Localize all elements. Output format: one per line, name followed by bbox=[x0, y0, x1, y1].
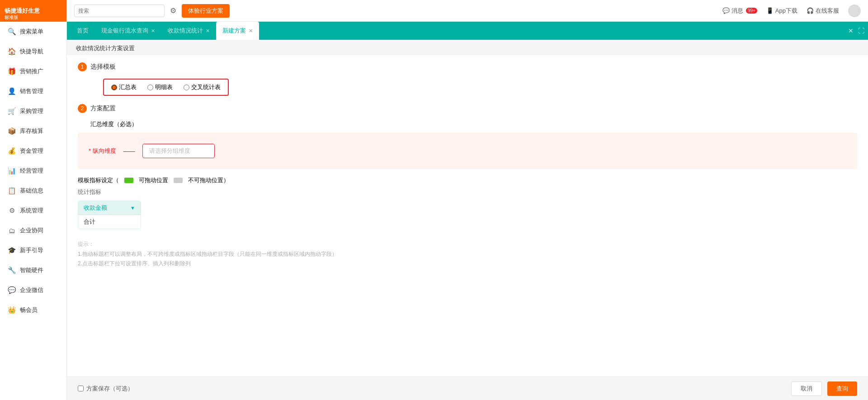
dimension-title-row: 汇总维度（必选） bbox=[90, 120, 857, 128]
cancel-button[interactable]: 取消 bbox=[791, 381, 822, 396]
close-window-icon[interactable]: ✕ bbox=[848, 27, 854, 34]
tab-bank-flow[interactable]: 现金银行流水查询 ✕ bbox=[95, 22, 161, 40]
step1-label: 选择模板 bbox=[90, 63, 116, 71]
stats-label: 统计指标 bbox=[78, 188, 857, 196]
config-section: 汇总维度（必选） * 纵向维度 —— 请选择分组维度 模板指标设定（ bbox=[78, 120, 857, 269]
draggable-icon bbox=[124, 178, 133, 183]
settings-icon[interactable]: ⚙ bbox=[170, 6, 176, 15]
message-icon: 💬 bbox=[722, 7, 730, 14]
sidebar-item-label: 经营管理 bbox=[20, 167, 43, 175]
sidebar-item-label: 企业协同 bbox=[20, 226, 43, 235]
sidebar-item-beginner[interactable]: 🎓 新手引导 bbox=[0, 240, 66, 260]
indicator-row-total: 合计 bbox=[78, 215, 141, 229]
sidebar-item-label: 销售管理 bbox=[20, 87, 43, 95]
sidebar-item-corp-coop[interactable]: 🗂 企业协同 bbox=[0, 221, 66, 240]
smart-hw-icon: 🔧 bbox=[7, 266, 16, 274]
sidebar-item-purchase[interactable]: 🛒 采购管理 bbox=[0, 101, 66, 121]
draggable-hint-label: 可拖动位置 bbox=[139, 176, 168, 184]
query-button[interactable]: 查询 bbox=[827, 381, 857, 396]
sidebar-item-system[interactable]: ⚙ 系统管理 bbox=[0, 201, 66, 221]
template-options: 汇总表 明细表 交叉统计表 bbox=[103, 79, 229, 96]
stock-icon: 📦 bbox=[7, 127, 16, 135]
sidebar-item-label: 基础信息 bbox=[20, 187, 43, 195]
sidebar-item-member[interactable]: 👑 畅会员 bbox=[0, 300, 66, 320]
radio-cross[interactable]: 交叉统计表 bbox=[184, 83, 221, 91]
tab-receipt-stats-close[interactable]: ✕ bbox=[206, 28, 210, 33]
online-service-btn[interactable]: 🎧 在线客服 bbox=[807, 7, 839, 15]
tab-home[interactable]: 首页 bbox=[71, 22, 95, 40]
marketing-icon: 🎁 bbox=[7, 67, 16, 75]
sidebar-item-quick-nav[interactable]: 🏠 快捷导航 bbox=[0, 42, 66, 61]
step2-label: 方案配置 bbox=[90, 104, 116, 113]
save-option-row: 方案保存（可选） bbox=[78, 385, 133, 393]
avatar[interactable] bbox=[848, 5, 861, 17]
step1-badge: 1 bbox=[78, 62, 87, 71]
indicator-header[interactable]: 收款金额 ▼ bbox=[78, 201, 141, 215]
content-area: 收款情况统计方案设置 1 选择模板 汇总表 明细表 bbox=[67, 40, 868, 400]
sidebar-item-smart-hw[interactable]: 🔧 智能硬件 bbox=[0, 260, 66, 280]
sidebar-item-label: 新手引导 bbox=[20, 246, 43, 254]
home-icon: 🏠 bbox=[7, 47, 16, 56]
maximize-icon[interactable]: ⛶ bbox=[858, 27, 864, 34]
message-badge: 99+ bbox=[746, 8, 757, 14]
tips-item-1: 1.拖动标题栏可以调整布局，不可跨维度或指标区域拖动栏目字段（只能在同一维度或指… bbox=[78, 251, 337, 257]
sidebar-item-stock[interactable]: 📦 库存核算 bbox=[0, 121, 66, 141]
sidebar-item-basic-info[interactable]: 📋 基础信息 bbox=[0, 181, 66, 201]
step2-row: 2 方案配置 bbox=[78, 104, 857, 113]
sidebar-item-label: 企业微信 bbox=[20, 286, 43, 294]
sidebar-badge: 标准版 bbox=[5, 14, 18, 21]
step1-row: 1 选择模板 bbox=[78, 62, 857, 71]
sidebar-item-corp-wechat[interactable]: 💬 企业微信 bbox=[0, 280, 66, 300]
tab-bank-flow-close[interactable]: ✕ bbox=[151, 28, 155, 33]
sidebar-item-label: 营销推广 bbox=[20, 67, 43, 75]
row-label-total: 合计 bbox=[84, 218, 95, 225]
topbar: ⚙ 体验行业方案 💬 消息 99+ 📱 App下载 🎧 在线客服 bbox=[67, 0, 868, 22]
indicator-table: 收款金额 ▼ 合计 bbox=[78, 201, 141, 229]
tab-home-label: 首页 bbox=[77, 27, 89, 35]
sidebar-item-sales[interactable]: 👤 销售管理 bbox=[0, 81, 66, 101]
sidebar-item-label: 系统管理 bbox=[20, 207, 43, 215]
sidebar-item-marketing[interactable]: 🎁 营销推广 bbox=[0, 61, 66, 81]
wechat-icon: 💬 bbox=[7, 286, 16, 294]
vertical-dim-label: * 纵向维度 bbox=[89, 147, 116, 155]
dimension-row: * 纵向维度 —— 请选择分组维度 bbox=[89, 144, 215, 158]
app-download-btn[interactable]: 📱 App下载 bbox=[766, 7, 797, 15]
indicator-title: 模板指标设定（ bbox=[78, 176, 119, 184]
indicator-section: 模板指标设定（ 可拖动位置 不可拖动位置） 统计指标 收款金额 ▼ bbox=[78, 176, 857, 231]
column-header-label: 收款金额 bbox=[84, 204, 107, 212]
tips-section: 提示： 1.拖动标题栏可以调整布局，不可跨维度或指标区域拖动栏目字段（只能在同一… bbox=[78, 240, 857, 269]
search-input[interactable] bbox=[74, 5, 165, 17]
sidebar-item-finance[interactable]: 💰 资金管理 bbox=[0, 141, 66, 161]
sidebar-item-label: 快捷导航 bbox=[20, 47, 43, 56]
industry-btn[interactable]: 体验行业方案 bbox=[182, 4, 230, 18]
sidebar-item-search-menu[interactable]: 🔍 搜索菜单 bbox=[0, 22, 66, 42]
radio-cross-label: 交叉统计表 bbox=[191, 83, 221, 91]
dimension-select[interactable]: 请选择分组维度 bbox=[142, 144, 215, 158]
member-icon: 👑 bbox=[7, 306, 16, 314]
tab-new-plan-label: 新建方案 bbox=[222, 27, 246, 35]
no-drag-hint-label: 不可拖动位置） bbox=[188, 176, 229, 184]
dimension-section-title: 汇总维度（必选） bbox=[90, 120, 137, 128]
tabbar: 首页 现金银行流水查询 ✕ 收款情况统计 ✕ 新建方案 ✕ ✕ ⛶ bbox=[67, 22, 868, 40]
finance-icon: 💰 bbox=[7, 147, 16, 155]
page-title-bar: 收款情况统计方案设置 bbox=[67, 40, 868, 55]
form-section: 1 选择模板 汇总表 明细表 交叉统计表 bbox=[67, 55, 868, 376]
dropdown-chevron-icon[interactable]: ▼ bbox=[130, 205, 135, 211]
radio-summary[interactable]: 汇总表 bbox=[111, 83, 137, 91]
radio-detail[interactable]: 明细表 bbox=[147, 83, 173, 91]
sidebar-item-label: 智能硬件 bbox=[20, 266, 43, 274]
save-label: 方案保存（可选） bbox=[86, 385, 133, 393]
tab-new-plan[interactable]: 新建方案 ✕ bbox=[216, 22, 259, 40]
message-btn[interactable]: 💬 消息 99+ bbox=[722, 7, 757, 15]
sidebar-item-label: 畅会员 bbox=[20, 306, 38, 314]
beginner-icon: 🎓 bbox=[7, 246, 16, 254]
tab-receipt-stats-label: 收款情况统计 bbox=[168, 27, 203, 35]
sidebar-item-business[interactable]: 📊 经营管理 bbox=[0, 161, 66, 181]
tab-receipt-stats[interactable]: 收款情况统计 ✕ bbox=[161, 22, 216, 40]
save-checkbox[interactable] bbox=[78, 386, 84, 391]
basic-info-icon: 📋 bbox=[7, 187, 16, 195]
sidebar-nav: 🔍 搜索菜单 🏠 快捷导航 🎁 营销推广 👤 销售管理 🛒 采购管理 📦 库存核… bbox=[0, 22, 66, 400]
service-icon: 🎧 bbox=[807, 7, 814, 14]
tab-new-plan-close[interactable]: ✕ bbox=[249, 28, 253, 33]
app-icon: 📱 bbox=[766, 7, 774, 14]
